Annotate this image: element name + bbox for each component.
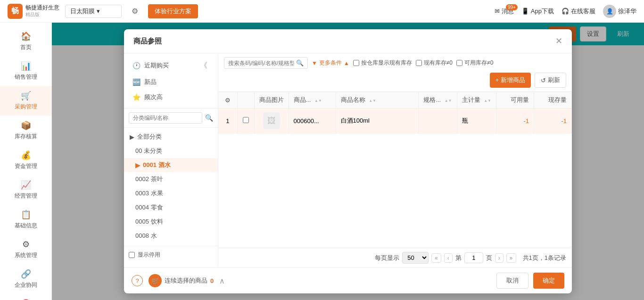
table-row[interactable]: 1 🖼 xyxy=(218,108,572,133)
filter-label: 更多条件 xyxy=(319,59,342,67)
store-selector[interactable]: 日太阳膜 ▾ xyxy=(65,5,122,18)
modal-left-footer: 显示停用 xyxy=(124,246,218,264)
checkbox-avail-input[interactable] xyxy=(456,60,462,66)
category-tree: ▶ 全部分类 00 未分类 ▶ 0001 酒水 0002 茶 xyxy=(124,128,218,246)
refresh-label: 刷新 xyxy=(548,76,560,84)
sidebar-item-collab[interactable]: 🔗 企业协同 xyxy=(0,264,51,294)
row-checkbox-cell[interactable] xyxy=(237,108,254,133)
row-checkbox[interactable] xyxy=(243,117,249,123)
category-search-input[interactable] xyxy=(129,112,202,124)
checkbox-nonzero-input[interactable] xyxy=(416,60,422,66)
checkbox-warehouse-input[interactable] xyxy=(353,60,359,66)
col-avail-header[interactable]: 可用量 xyxy=(496,92,534,108)
sidebar-item-basics[interactable]: 📋 基础信息 xyxy=(0,205,51,234)
prev-page-button[interactable]: ‹ xyxy=(444,253,453,263)
category-search: 🔍 xyxy=(124,108,218,128)
modal-backdrop: 商品参照 ✕ 🕐 近期购买 《 � xyxy=(52,23,644,300)
total-pages-info: 共1页，1条记录 xyxy=(523,254,566,262)
inventory-icon: 📦 xyxy=(21,120,31,131)
next-page-button[interactable]: › xyxy=(495,253,504,263)
sidebar-label-purchase: 采购管理 xyxy=(15,103,37,111)
help-button[interactable]: ? xyxy=(132,275,143,286)
sidebar-item-guide[interactable]: 🎯 新手引导 xyxy=(0,294,51,300)
checkbox-nonzero-stock[interactable]: 现有库存≠0 xyxy=(416,59,453,67)
category-water-label: 0008 水 xyxy=(135,232,157,240)
col-stock-header[interactable]: 现存量 xyxy=(534,92,572,108)
logo-sub: 精品版 xyxy=(25,11,59,18)
finance-icon: 💰 xyxy=(21,150,31,160)
category-uncategorized[interactable]: 00 未分类 xyxy=(124,144,218,158)
checkbox-avail-label: 可用库存≠0 xyxy=(464,59,493,67)
new-products-nav[interactable]: 🆕 新品 xyxy=(128,75,214,89)
purchase-icon: 🛒 xyxy=(21,91,31,101)
star-icon: ⭐ xyxy=(132,93,140,101)
messages-button[interactable]: ✉ 消息 99+ xyxy=(495,7,514,16)
product-reference-modal: 商品参照 ✕ 🕐 近期购买 《 � xyxy=(124,29,572,293)
user-profile[interactable]: 👤 徐泽华 xyxy=(603,5,636,18)
sidebar-item-system[interactable]: ⚙ 系统管理 xyxy=(0,234,51,264)
sidebar-label-inventory: 库存核算 xyxy=(15,133,37,141)
sidebar-item-purchase[interactable]: 🛒 采购管理 xyxy=(0,86,51,116)
chevron-down-icon: ▾ xyxy=(97,8,100,15)
sidebar-item-sales[interactable]: 📊 销售管理 xyxy=(0,56,51,86)
app-download-button[interactable]: 📱 App下载 xyxy=(521,7,554,16)
cart-count: 0 xyxy=(210,277,214,284)
experience-button[interactable]: 体验行业方案 xyxy=(148,4,198,18)
col-unit-header[interactable]: 主计量 ▲▼ xyxy=(457,92,496,108)
frequent-nav[interactable]: ⭐ 频次高 xyxy=(128,90,214,104)
checkbox-nonzero-label: 现有库存≠0 xyxy=(424,59,453,67)
col-name-header[interactable]: 商品名称 ▲▼ xyxy=(336,92,419,108)
col-stock-label: 现存量 xyxy=(548,96,567,103)
col-code-header[interactable]: 商品... ▲▼ xyxy=(289,92,336,108)
product-search-input[interactable] xyxy=(228,60,294,67)
show-disabled-input[interactable] xyxy=(129,252,135,258)
show-disabled-checkbox[interactable]: 显示停用 xyxy=(129,251,213,259)
confirm-button[interactable]: 确定 xyxy=(533,273,564,289)
filter-icon: ▼ xyxy=(312,60,317,67)
gear-button[interactable]: ⚙ xyxy=(127,4,142,19)
cart-selection: 🛒 连续选择的商品 0 xyxy=(149,274,214,287)
sidebar-item-inventory[interactable]: 📦 库存核算 xyxy=(0,116,51,145)
category-liquor[interactable]: ▶ 0001 酒水 xyxy=(124,158,218,172)
more-filters-button[interactable]: ▼ 更多条件 ▲ xyxy=(312,59,349,67)
checkbox-avail-nonzero[interactable]: 可用库存≠0 xyxy=(456,59,493,67)
modal-close-button[interactable]: ✕ xyxy=(555,36,562,46)
sales-icon: 📊 xyxy=(21,61,31,71)
service-label: 在线客服 xyxy=(571,7,595,16)
category-tea[interactable]: 0002 茶叶 xyxy=(124,172,218,186)
modal-title: 商品参照 xyxy=(133,37,162,46)
content-area: 查询 设置 刷新 商品参照 ✕ xyxy=(52,23,644,300)
add-product-button[interactable]: + 新增商品 xyxy=(490,73,531,88)
footer-collapse-icon[interactable]: ∧ xyxy=(219,276,225,285)
category-snacks[interactable]: 0004 零食 xyxy=(124,200,218,215)
product-image: 🖼 xyxy=(263,112,280,129)
collapse-icon[interactable]: 《 xyxy=(198,60,209,71)
recent-purchase-nav[interactable]: 🕐 近期购买 《 xyxy=(128,57,214,74)
table-header-row: ⚙ 商品图片 商品... ▲▼ xyxy=(218,92,572,108)
help-icon: ? xyxy=(135,277,139,284)
category-water[interactable]: 0008 水 xyxy=(124,229,218,243)
sidebar-item-home[interactable]: 🏠 首页 xyxy=(0,26,51,56)
sidebar-item-finance[interactable]: 💰 资金管理 xyxy=(0,145,51,175)
modal-header: 商品参照 ✕ xyxy=(124,29,572,53)
modal-body: 🕐 近期购买 《 🆕 新品 ⭐ 频次高 xyxy=(124,53,572,267)
first-page-button[interactable]: « xyxy=(431,253,441,263)
last-page-button[interactable]: » xyxy=(506,253,516,263)
category-tea-label: 0002 茶叶 xyxy=(135,175,163,183)
per-page-select[interactable]: 20 50 100 xyxy=(402,252,429,264)
business-icon: 📈 xyxy=(21,180,31,190)
sidebar-item-business[interactable]: 📈 经营管理 xyxy=(0,175,51,205)
service-button[interactable]: 🎧 在线客服 xyxy=(561,7,595,16)
col-checkbox xyxy=(237,92,254,108)
current-page-input[interactable] xyxy=(464,252,483,263)
refresh-table-button[interactable]: ↺ 刷新 xyxy=(535,73,566,88)
col-spec-header[interactable]: 规格... ▲▼ xyxy=(419,92,457,108)
checkbox-warehouse-stock[interactable]: 按仓库显示现有库存 xyxy=(353,59,412,67)
category-all[interactable]: ▶ 全部分类 xyxy=(124,130,218,144)
category-snacks-label: 0004 零食 xyxy=(135,203,163,212)
cancel-button[interactable]: 取消 xyxy=(496,273,528,289)
headset-icon: 🎧 xyxy=(561,8,569,15)
category-drinks[interactable]: 0005 饮料 xyxy=(124,215,218,229)
category-search-icon[interactable]: 🔍 xyxy=(205,114,213,122)
category-fruit[interactable]: 0003 水果 xyxy=(124,186,218,200)
